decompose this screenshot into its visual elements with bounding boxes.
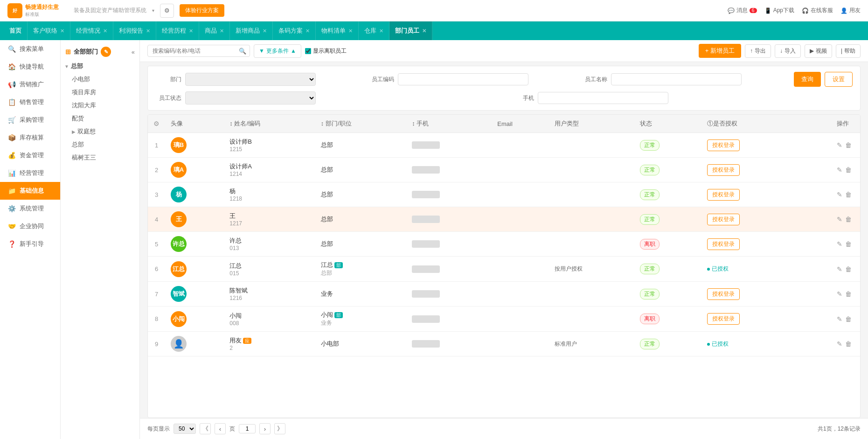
delete-button[interactable]: 🗑 xyxy=(845,265,852,273)
user-button[interactable]: 👤 用友 xyxy=(840,7,861,14)
sidebar-item-sales[interactable]: 📋 销售管理 xyxy=(0,93,60,111)
tab-profit[interactable]: 利润报告 ✕ xyxy=(113,21,156,40)
delete-button[interactable]: 🗑 xyxy=(845,340,852,348)
close-icon[interactable]: ✕ xyxy=(422,28,426,34)
edit-button[interactable]: ✎ xyxy=(837,290,842,298)
tab-journey[interactable]: 经营历程 ✕ xyxy=(156,21,199,40)
close-icon[interactable]: ✕ xyxy=(146,28,150,34)
close-icon[interactable]: ✕ xyxy=(263,28,267,34)
tree-node-zongbu[interactable]: 总部 xyxy=(61,138,139,151)
sidebar-item-operations[interactable]: 📊 经营管理 xyxy=(0,164,60,182)
sidebar-item-guide[interactable]: ❓ 新手引导 xyxy=(0,235,60,253)
settings-button[interactable]: ⚙ xyxy=(160,4,174,18)
tab-department[interactable]: 部门员工 ✕ xyxy=(389,21,432,40)
trial-button[interactable]: 体验行业方案 xyxy=(180,4,224,17)
system-title-arrow[interactable]: ▾ xyxy=(152,8,154,13)
auth-button[interactable]: 授权登录 xyxy=(707,164,740,176)
edit-button[interactable]: ✎ xyxy=(837,191,842,198)
sidebar-item-basicinfo[interactable]: 📁 基础信息 xyxy=(0,182,60,200)
app-download-button[interactable]: 📱 App下载 xyxy=(764,7,794,14)
edit-button[interactable]: ✎ xyxy=(837,141,842,149)
sidebar-item-purchase[interactable]: 🛒 采购管理 xyxy=(0,111,60,129)
tab-bom[interactable]: 物料清单 ✕ xyxy=(316,21,359,40)
emp-name-input[interactable] xyxy=(611,73,742,85)
th-settings[interactable]: ⚙ xyxy=(148,115,165,133)
view-button[interactable]: ▶ 视频 xyxy=(805,44,832,58)
tab-new-goods[interactable]: 新增商品 ✕ xyxy=(230,21,273,40)
tab-barcode[interactable]: 条码方案 ✕ xyxy=(273,21,316,40)
th-dept[interactable]: ↕ 部门/职位 xyxy=(315,115,406,133)
delete-button[interactable]: 🗑 xyxy=(845,166,852,174)
auth-button[interactable]: 授权登录 xyxy=(707,288,740,300)
edit-button[interactable]: ✎ xyxy=(837,315,842,323)
phone-input[interactable] xyxy=(538,92,668,104)
delete-button[interactable]: 🗑 xyxy=(845,141,852,149)
search-input[interactable] xyxy=(147,45,250,57)
close-icon[interactable]: ✕ xyxy=(189,28,193,34)
auth-button[interactable]: 授权登录 xyxy=(707,238,740,250)
delete-button[interactable]: 🗑 xyxy=(845,191,852,198)
next-page-button[interactable]: › xyxy=(259,423,271,434)
dept-select[interactable] xyxy=(185,73,316,86)
tab-warehouse[interactable]: 仓库 ✕ xyxy=(359,21,389,40)
more-conditions-button[interactable]: ▼ 更多条件 ▲ xyxy=(254,44,301,58)
tree-node-xiaodibu[interactable]: 小电部 xyxy=(61,73,139,86)
sidebar-item-enterprise[interactable]: 🤝 企业协同 xyxy=(0,217,60,235)
sidebar-item-search[interactable]: 🔍 搜索菜单 xyxy=(0,40,60,58)
th-name[interactable]: ↕ 姓名/编码 xyxy=(224,115,315,133)
th-phone[interactable]: ↕ 手机 xyxy=(406,115,492,133)
tab-customer[interactable]: 客户联络 ✕ xyxy=(28,21,70,40)
message-button[interactable]: 💬 消息 6 xyxy=(728,7,757,14)
sidebar-item-finance[interactable]: 💰 资金管理 xyxy=(0,146,60,164)
edit-button[interactable]: ✎ xyxy=(837,216,842,223)
delete-button[interactable]: 🗑 xyxy=(845,290,852,298)
prev-page-button[interactable]: ‹ xyxy=(215,423,226,434)
tree-node-shenyang[interactable]: 沈阳大库 xyxy=(61,99,139,112)
delete-button[interactable]: 🗑 xyxy=(845,216,852,223)
tab-goods[interactable]: 商品 ✕ xyxy=(199,21,230,40)
tab-home[interactable]: 首页 xyxy=(4,21,28,40)
set-button[interactable]: 设置 xyxy=(825,72,853,87)
emp-status-select[interactable] xyxy=(185,91,316,105)
auth-button[interactable]: 授权登录 xyxy=(707,214,740,225)
tree-node-project[interactable]: 项目库房 xyxy=(61,86,139,99)
edit-button[interactable]: ✎ xyxy=(837,265,842,273)
add-employee-button[interactable]: + 新增员工 xyxy=(699,44,741,58)
import-button[interactable]: ↓ 导入 xyxy=(775,44,801,58)
last-page-button[interactable]: 》 xyxy=(274,423,285,434)
auth-button[interactable]: 授权登录 xyxy=(707,313,740,325)
sidebar-item-system[interactable]: ⚙️ 系统管理 xyxy=(0,200,60,217)
online-service-button[interactable]: 🎧 在线客服 xyxy=(802,7,833,14)
query-button[interactable]: 查询 xyxy=(794,72,821,87)
close-icon[interactable]: ✕ xyxy=(60,28,64,34)
close-icon[interactable]: ✕ xyxy=(103,28,107,34)
export-button[interactable]: ↑ 导出 xyxy=(745,44,771,58)
auth-button[interactable]: 授权登录 xyxy=(707,139,740,151)
tab-operations[interactable]: 经营情况 ✕ xyxy=(70,21,113,40)
tree-node-shuangtingxiang[interactable]: ▶ 双庭想 xyxy=(61,125,139,138)
page-size-select[interactable]: 50 xyxy=(174,424,196,434)
show-dimission-checkbox[interactable] xyxy=(305,48,311,54)
tree-node-gaoshuwang[interactable]: 槁树王三 xyxy=(61,151,139,164)
delete-button[interactable]: 🗑 xyxy=(845,240,852,248)
delete-button[interactable]: 🗑 xyxy=(845,315,852,323)
close-icon[interactable]: ✕ xyxy=(348,28,353,34)
auth-button[interactable]: 授权登录 xyxy=(707,189,740,201)
tree-collapse-button[interactable]: « xyxy=(132,49,135,56)
edit-button[interactable]: ✎ xyxy=(837,166,842,174)
edit-button[interactable]: ✎ xyxy=(837,240,842,248)
help-button[interactable]: | 帮助 xyxy=(836,44,861,58)
sidebar-item-quicknav[interactable]: 🏠 快捷导航 xyxy=(0,58,60,76)
close-icon[interactable]: ✕ xyxy=(379,28,383,34)
first-page-button[interactable]: 《 xyxy=(200,423,211,434)
sidebar-item-inventory[interactable]: 📦 库存核算 xyxy=(0,129,60,146)
edit-button[interactable]: ✎ xyxy=(837,340,842,348)
tree-edit-button[interactable]: ✎ xyxy=(101,47,111,57)
col-settings-icon[interactable]: ⚙ xyxy=(153,120,160,127)
tree-node-root[interactable]: ▼ 总部 xyxy=(61,60,139,73)
close-icon[interactable]: ✕ xyxy=(306,28,310,34)
close-icon[interactable]: ✕ xyxy=(220,28,224,34)
page-input[interactable] xyxy=(239,424,256,433)
emp-code-input[interactable] xyxy=(398,73,528,85)
tree-node-peihuo[interactable]: 配货 xyxy=(61,112,139,125)
